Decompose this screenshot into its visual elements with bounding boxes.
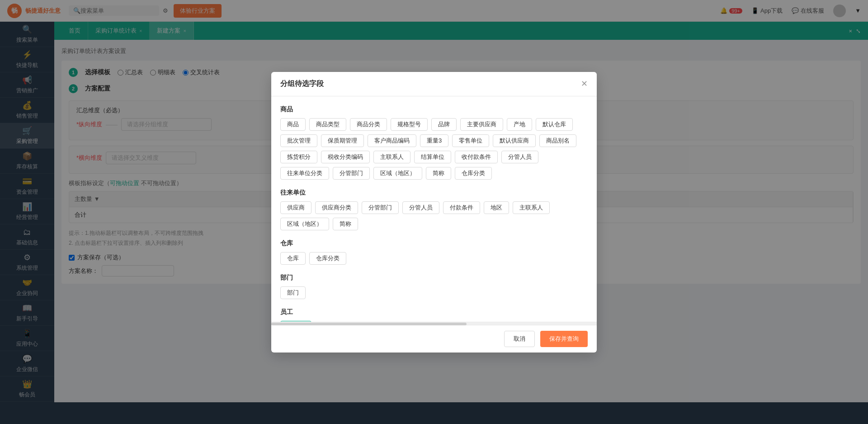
tag-customer-code[interactable]: 客户商品编码: [368, 134, 416, 147]
tag-short-name[interactable]: 简称: [426, 167, 451, 180]
tag-payment-condition[interactable]: 付款条件: [443, 201, 480, 214]
section-warehouse-tags: 仓库 仓库分类: [280, 252, 588, 265]
tag-warehouse[interactable]: 仓库: [280, 252, 306, 265]
tag-batch-mgmt[interactable]: 批次管理: [280, 134, 317, 147]
tag-product-type[interactable]: 商品类型: [309, 118, 346, 131]
tag-supplier[interactable]: 供应商: [280, 201, 311, 214]
tag-pick-score[interactable]: 拣货积分: [280, 151, 317, 163]
tag-default-warehouse[interactable]: 默认仓库: [536, 118, 573, 131]
modal-save-btn[interactable]: 保存并查询: [540, 331, 588, 347]
tag-region[interactable]: 区域（地区）: [373, 167, 422, 180]
tag-settlement-unit[interactable]: 结算单位: [414, 151, 451, 163]
tag-region2[interactable]: 区域（地区）: [280, 218, 329, 230]
modal-footer: 取消 保存并查询: [271, 325, 597, 353]
section-product-title: 商品: [280, 105, 588, 114]
modal-scrollbar-horizontal[interactable]: [271, 322, 597, 324]
modal-scrollbar-h-thumb: [271, 323, 467, 325]
tag-supplier-category[interactable]: 供应商分类: [315, 201, 358, 214]
tag-manager[interactable]: 分管人员: [501, 151, 538, 163]
tag-warehouse-cat[interactable]: 仓库分类: [309, 252, 346, 265]
modal-overlay: 分组待选字段 ✕ 商品 商品 商品类型 商品分类 规格型号 品牌 主要供应商 产…: [0, 0, 868, 424]
section-warehouse: 仓库 仓库 仓库分类: [280, 239, 588, 265]
tag-department[interactable]: 部门: [280, 286, 306, 299]
tag-product[interactable]: 商品: [280, 118, 306, 131]
section-product-tags: 商品 商品类型 商品分类 规格型号 品牌 主要供应商 产地 默认仓库 批次管理 …: [280, 118, 588, 180]
modal-close-btn[interactable]: ✕: [581, 80, 588, 88]
tag-payment-terms[interactable]: 收付款条件: [455, 151, 498, 163]
tag-brand[interactable]: 品牌: [431, 118, 457, 131]
tag-main-supplier[interactable]: 主要供应商: [460, 118, 503, 131]
tag-default-supplier[interactable]: 默认供应商: [493, 134, 536, 147]
section-partner: 往来单位 供应商 供应商分类 分管部门 分管人员 付款条件 地区 主联系人 区域…: [280, 189, 588, 230]
tag-short-name2[interactable]: 简称: [333, 218, 358, 230]
modal-cancel-btn[interactable]: 取消: [504, 331, 535, 347]
tag-product-category[interactable]: 商品分类: [350, 118, 387, 131]
modal: 分组待选字段 ✕ 商品 商品 商品类型 商品分类 规格型号 品牌 主要供应商 产…: [271, 72, 597, 353]
tag-region-p[interactable]: 地区: [484, 201, 509, 214]
tag-manage-person[interactable]: 分管人员: [402, 201, 439, 214]
tag-warehouse-category[interactable]: 仓库分类: [455, 167, 492, 180]
modal-header: 分组待选字段 ✕: [271, 72, 597, 96]
section-department: 部门 部门: [280, 274, 588, 299]
tag-main-contact2[interactable]: 主联系人: [513, 201, 550, 214]
tag-retail-unit[interactable]: 零售单位: [452, 134, 489, 147]
tag-manage-dept[interactable]: 分管部门: [362, 201, 399, 214]
tag-tax-code[interactable]: 税收分类编码: [321, 151, 370, 163]
section-partner-tags: 供应商 供应商分类 分管部门 分管人员 付款条件 地区 主联系人 区域（地区） …: [280, 201, 588, 230]
tag-dept[interactable]: 分管部门: [333, 167, 370, 180]
modal-title: 分组待选字段: [280, 79, 324, 89]
tag-origin[interactable]: 产地: [507, 118, 532, 131]
section-product: 商品 商品 商品类型 商品分类 规格型号 品牌 主要供应商 产地 默认仓库 批次…: [280, 105, 588, 180]
tag-product-alias[interactable]: 商品别名: [539, 134, 576, 147]
section-department-title: 部门: [280, 274, 588, 282]
tag-weight3[interactable]: 重量3: [420, 134, 448, 147]
section-employee-title: 员工: [280, 308, 588, 316]
tag-spec-model[interactable]: 规格型号: [391, 118, 428, 131]
tag-origin-unit-category[interactable]: 往来单位分类: [280, 167, 329, 180]
section-employee: 员工 业务员: [280, 308, 588, 322]
modal-body[interactable]: 商品 商品 商品类型 商品分类 规格型号 品牌 主要供应商 产地 默认仓库 批次…: [271, 96, 597, 322]
section-department-tags: 部门: [280, 286, 588, 299]
section-partner-title: 往来单位: [280, 189, 588, 197]
section-warehouse-title: 仓库: [280, 239, 588, 248]
tag-shelf-life[interactable]: 保质期管理: [321, 134, 364, 147]
tag-main-contact[interactable]: 主联系人: [373, 151, 410, 163]
